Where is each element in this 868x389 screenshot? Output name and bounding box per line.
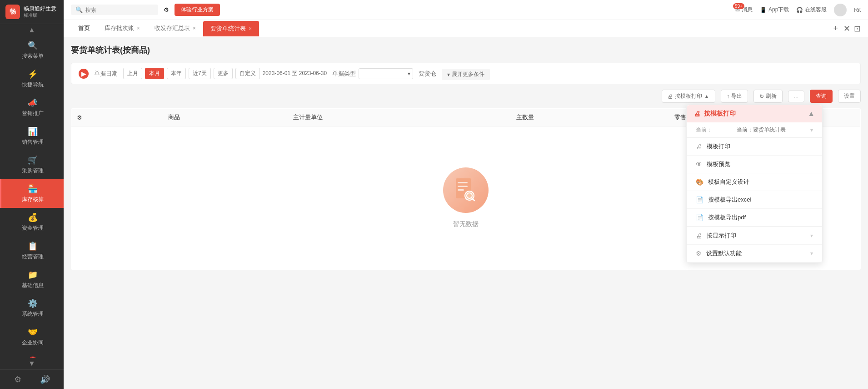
topbar-settings-icon[interactable]: ⚙ (164, 6, 169, 13)
popup-item-print[interactable]: 🖨 模板打印 (687, 138, 822, 156)
popup-item-export-pdf[interactable]: 📄 按模板导出pdf (687, 209, 822, 227)
search-bar[interactable]: 🔍 (71, 5, 158, 15)
print-popup-header: 🖨 按模板打印 ▲ (687, 105, 822, 122)
template-design-icon: 🎨 (696, 178, 703, 186)
messages-btn[interactable]: ✉ 99+ 消息 (735, 6, 753, 14)
sidebar-item-system[interactable]: ⚙️ 系统管理 (0, 294, 64, 323)
popup-item-set-default[interactable]: ⚙ 设置默认功能 ▾ (687, 245, 822, 263)
type-filter: 单据类型 (332, 68, 413, 79)
refresh-label: 刷新 (766, 92, 777, 100)
tabbar: 首页 库存批次账 × 收发存汇总表 × 要货单统计表 × + ✕ ⊡ (64, 20, 868, 37)
app-download-btn[interactable]: 📱 App下载 (760, 6, 789, 14)
scroll-up-btn[interactable]: ▲ (0, 24, 64, 36)
action-bar: 🖨 按模板打印 ▲ ↑ 导出 ↻ 刷新 ... 查询 设置 (71, 90, 861, 103)
tab-summary[interactable]: 收发存汇总表 × (147, 20, 203, 37)
col-product-label: 商品 (168, 114, 180, 121)
app-download-label: App下载 (768, 6, 789, 14)
print-btn-label: 按模板打印 (675, 92, 702, 100)
sidebar-sound-icon[interactable]: 🔊 (40, 374, 50, 384)
export-btn[interactable]: ↑ 导出 (721, 90, 748, 103)
popup-item-display-print[interactable]: 🖨 按显示打印 ▾ (687, 227, 822, 245)
page-title: 要货单统计表(按商品) (71, 45, 861, 56)
headset-icon: 🎧 (796, 7, 803, 13)
sidebar-item-purchase[interactable]: 🛒 采购管理 (0, 151, 64, 179)
sidebar: 畅 畅康通好生意 标准版 ▲ 🔍 搜索菜单 ⚡ 快捷导航 📣 营销推广 📊 销售… (0, 0, 64, 389)
refresh-btn[interactable]: ↻ 刷新 (753, 90, 783, 103)
sidebar-label-basics: 基础信息 (22, 282, 44, 289)
query-btn[interactable]: 查询 (810, 90, 833, 103)
sidebar-item-quicknav[interactable]: ⚡ 快捷导航 (0, 65, 64, 93)
expand-more-btn[interactable]: ▾ 展开更多条件 (442, 69, 490, 80)
template-print-icon: 🖨 (696, 143, 702, 150)
username: Rit (854, 7, 861, 13)
scroll-down-btn[interactable]: ▼ (0, 358, 64, 369)
col-unit-label: 主计量单位 (293, 114, 323, 121)
popup-item-export-excel[interactable]: 📄 按模板导出excel (687, 191, 822, 209)
date-btn-current-year[interactable]: 本年 (167, 68, 186, 79)
type-select-wrapper[interactable] (359, 68, 413, 79)
more-btn[interactable]: ... (788, 91, 804, 102)
popup-collapse-btn[interactable]: ▲ (808, 110, 815, 118)
date-btn-current-month[interactable]: 本月 (145, 68, 164, 79)
settings-btn[interactable]: 设置 (838, 90, 861, 103)
sidebar-item-tutorial[interactable]: 🎯 新手引导 (0, 351, 64, 358)
sidebar-label-system: 系统管理 (22, 310, 44, 318)
tab-close-inventory-batch[interactable]: × (137, 25, 140, 31)
popup-item-design[interactable]: 🎨 模板自定义设计 (687, 173, 822, 191)
collab-icon: 🤝 (28, 327, 38, 337)
window-close-icon[interactable]: ✕ (843, 24, 850, 34)
sidebar-settings-icon[interactable]: ⚙ (14, 374, 21, 384)
sidebar-item-sales[interactable]: 📊 销售管理 (0, 122, 64, 151)
online-service-btn[interactable]: 🎧 在线客服 (796, 6, 827, 14)
sidebar-label-finance: 资金管理 (22, 224, 44, 232)
app-name: 畅康通好生意 (24, 5, 56, 13)
management-icon: 📋 (28, 241, 38, 251)
col-product: 商品 (163, 109, 288, 126)
sidebar-item-collab[interactable]: 🤝 企业协同 (0, 323, 64, 351)
quicknav-icon: ⚡ (28, 69, 38, 79)
basics-icon: 📁 (28, 270, 38, 280)
export-pdf-icon: 📄 (696, 214, 703, 221)
sidebar-item-search[interactable]: 🔍 搜索菜单 (0, 36, 64, 65)
sidebar-item-finance[interactable]: 💰 资金管理 (0, 208, 64, 237)
sidebar-item-inventory[interactable]: 🏪 库存核算 (0, 179, 64, 208)
set-default-label: 设置默认功能 (706, 249, 742, 258)
tab-requisition[interactable]: 要货单统计表 × (203, 21, 259, 36)
type-select[interactable] (359, 68, 413, 79)
tab-inventory-batch[interactable]: 库存批次账 × (97, 20, 147, 37)
sidebar-label-marketing: 营销推广 (22, 110, 44, 117)
sidebar-label-purchase: 采购管理 (22, 167, 44, 175)
date-btn-7days[interactable]: 近7天 (189, 68, 211, 79)
tab-expand-btn[interactable]: + (833, 24, 838, 33)
date-btn-prev-month[interactable]: 上月 (123, 68, 142, 79)
trial-btn[interactable]: 体验行业方案 (175, 4, 220, 16)
svg-rect-2 (458, 186, 468, 187)
print-template-btn[interactable]: 🖨 按模板打印 ▲ (662, 90, 715, 103)
current-value: 当前：要货单统计表 (737, 126, 786, 134)
app-version: 标准版 (24, 12, 56, 19)
inventory-batch-tab-label: 库存批次账 (105, 24, 134, 32)
search-input[interactable] (85, 7, 154, 13)
tab-home[interactable]: 首页 (71, 20, 97, 37)
app-logo: 畅 畅康通好生意 标准版 (0, 0, 64, 24)
filter-toggle-btn[interactable]: ▶ (79, 69, 89, 79)
date-btn-custom[interactable]: 自定义 (235, 68, 260, 79)
avatar[interactable] (834, 4, 847, 16)
popup-item-preview[interactable]: 👁 模板预览 (687, 156, 822, 173)
sidebar-item-management[interactable]: 📋 经营管理 (0, 237, 64, 265)
expand-icon: ▾ (447, 71, 450, 78)
export-pdf-label: 按模板导出pdf (708, 213, 746, 222)
template-preview-icon: 👁 (696, 161, 702, 168)
sidebar-label-search: 搜索菜单 (22, 52, 44, 60)
col-quantity: 主数量 (511, 109, 668, 126)
col-settings[interactable]: ⚙ (71, 109, 163, 126)
tab-close-requisition[interactable]: × (249, 25, 252, 32)
sidebar-item-basics[interactable]: 📁 基础信息 (0, 265, 64, 294)
sidebar-item-marketing[interactable]: 📣 营销推广 (0, 93, 64, 122)
search-menu-icon: 🔍 (28, 40, 38, 51)
date-btn-more[interactable]: 更多 (214, 68, 233, 79)
window-maximize-icon[interactable]: ⊡ (854, 24, 861, 34)
tab-close-summary[interactable]: × (193, 25, 196, 31)
logo-icon: 畅 (5, 5, 20, 19)
messages-badge: 99+ (733, 3, 744, 9)
